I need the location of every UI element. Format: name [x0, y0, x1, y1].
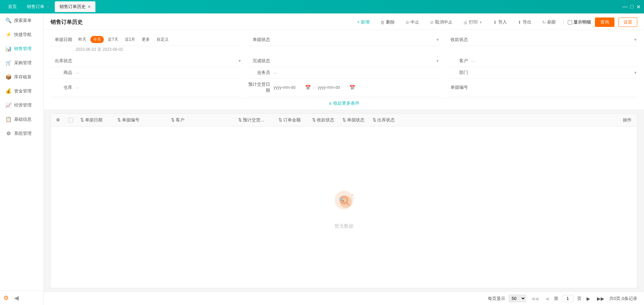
close-window-button[interactable]: ✕	[636, 4, 641, 10]
pay-status-arrow: ▼	[634, 38, 637, 42]
prev-page-button[interactable]: ◀	[544, 295, 551, 302]
maximize-button[interactable]: □	[630, 4, 634, 10]
stop-button[interactable]: ⊘ 中止	[402, 17, 423, 27]
tab-home-label: 首页	[8, 4, 17, 10]
date-btn-today[interactable]: 今天	[90, 36, 104, 43]
calendar-to-icon: 📅	[349, 85, 355, 90]
th-action-label: 操作	[623, 117, 632, 123]
sidebar-item-search[interactable]: 🔍 搜索菜单	[0, 13, 43, 28]
content-area: 销售订单历史 + 新增 🗑 删除 ⊘ 中止 ⊘ 取消中止 🖨 打印	[44, 13, 644, 305]
last-page-button[interactable]: ▶▶	[595, 295, 606, 302]
sidebar-collapse-icon[interactable]: ◀	[14, 294, 19, 302]
salesman-value[interactable]: ···	[273, 70, 439, 75]
warehouse-value[interactable]: ···	[76, 85, 242, 90]
new-button[interactable]: + 新增	[354, 17, 373, 27]
sidebar-item-system[interactable]: ⚙ 系统管理	[0, 126, 43, 141]
sidebar-item-operations[interactable]: 📈 经营管理	[0, 98, 43, 112]
sidebar-item-inventory[interactable]: 📦 库存核算	[0, 70, 43, 84]
query-button[interactable]: 查询	[595, 17, 614, 27]
next-page-button[interactable]: ▶	[585, 295, 592, 302]
tab-sales-order-close[interactable]: ✕	[46, 5, 49, 9]
delivery-date-from-input[interactable]	[273, 85, 304, 90]
cancel-stop-button[interactable]: ⊘ 取消中止	[427, 17, 456, 27]
th-doc-status[interactable]: ⇅ 单据状态	[340, 117, 370, 123]
out-status-value[interactable]: ▼	[76, 59, 242, 63]
stop-icon: ⊘	[405, 20, 409, 25]
filter-cell-doc-no: 单据编号	[446, 79, 637, 97]
th-date[interactable]: ⇅ 单据日期	[78, 117, 115, 123]
doc-status-arrow: ▼	[436, 38, 439, 42]
tab-sales-order[interactable]: 销售订单 ✕	[22, 1, 54, 12]
select-all-checkbox[interactable]	[68, 118, 73, 122]
th-out-status[interactable]: ⇅ 出库状态	[370, 117, 400, 123]
th-no[interactable]: ⇅ 单据编号	[115, 117, 168, 123]
page-label-prefix: 第	[554, 296, 558, 302]
sidebar-item-purchase[interactable]: 🛒 采购管理	[0, 56, 43, 70]
tab-sales-order-history[interactable]: 销售订单历史 ✕	[55, 1, 95, 12]
import-icon: ⬇	[493, 20, 497, 25]
date-btn-1month[interactable]: 近1月	[122, 36, 138, 43]
sidebar-item-sales[interactable]: 📊 销售管理	[0, 42, 43, 56]
page-number-input[interactable]	[562, 295, 574, 302]
refresh-button[interactable]: ↻ 刷新	[539, 17, 559, 27]
sidebar-item-basic-info[interactable]: 📋 基础信息	[0, 112, 43, 126]
date-btn-yesterday[interactable]: 昨天	[76, 36, 89, 43]
inventory-icon: 📦	[5, 74, 11, 80]
doc-status-label: 单据状态	[248, 37, 273, 43]
tab-home[interactable]: 首页	[3, 1, 22, 12]
date-btn-more[interactable]: 更多	[139, 36, 153, 43]
show-detail-checkbox-label[interactable]: 显示明细	[568, 19, 591, 25]
system-icon: ⚙	[5, 130, 11, 137]
doc-status-value[interactable]: ▼	[273, 38, 439, 42]
sidebar-item-quicknav[interactable]: ⚡ 快捷导航	[0, 28, 43, 42]
warehouse-label: 仓库	[50, 84, 76, 90]
date-btn-7days[interactable]: 近7天	[105, 36, 121, 43]
sidebar-item-inventory-label: 库存核算	[14, 74, 32, 80]
dept-value[interactable]: ▼	[471, 71, 637, 75]
page-size-select[interactable]: 50 100 200	[509, 295, 526, 302]
first-page-button[interactable]: ◀◀	[529, 295, 540, 302]
th-customer[interactable]: ⇅ 客户	[168, 117, 235, 123]
tab-sales-order-history-close[interactable]: ✕	[88, 5, 91, 9]
tab-list: 首页 销售订单 ✕ 销售订单历史 ✕	[3, 1, 622, 12]
complete-status-arrow: ▼	[436, 59, 439, 63]
table-area: ⚙ ⇅ 单据日期 ⇅ 单据编号 ⇅ 客户	[44, 110, 644, 292]
delete-button[interactable]: 🗑 删除	[377, 17, 398, 27]
filter-cell-goods: 商品 ···	[50, 67, 242, 79]
sidebar-item-finance[interactable]: 💰 资金管理	[0, 84, 43, 98]
delivery-date-to-input[interactable]	[318, 85, 348, 90]
filter-row-4: 仓库 ··· 预计交货日期 📅 — 📅 单据编号	[50, 79, 637, 97]
pay-status-value[interactable]: ▼	[471, 38, 637, 42]
finance-icon: 💰	[5, 88, 11, 94]
date-btn-custom[interactable]: 自定义	[154, 36, 171, 43]
quicknav-icon: ⚡	[5, 32, 11, 38]
filter-cell-doc-status: 单据状态 ▼	[248, 33, 439, 46]
th-delivery[interactable]: ⇅ 预计交货...	[235, 117, 276, 123]
complete-status-value[interactable]: ▼	[273, 59, 439, 63]
th-amount[interactable]: ⇅ 订单金额	[276, 117, 309, 123]
customer-value[interactable]: ···	[471, 59, 637, 64]
settings-button[interactable]: 设置	[618, 17, 637, 27]
goods-dots: ···	[76, 70, 79, 75]
show-detail-label: 显示明细	[573, 19, 591, 25]
import-button[interactable]: ⬇ 导入	[490, 17, 510, 27]
show-detail-checkbox[interactable]	[568, 20, 572, 25]
print-button[interactable]: 🖨 打印 ▼	[460, 17, 486, 27]
filter-cell-salesman: 业务员 ···	[248, 67, 439, 79]
th-settings[interactable]: ⚙	[53, 117, 66, 122]
filter-cell-delivery-date: 预计交货日期 📅 — 📅	[248, 79, 439, 97]
main-layout: 🔍 搜索菜单 ⚡ 快捷导航 📊 销售管理 🛒 采购管理 📦 库存核算 💰 资金管…	[0, 13, 644, 305]
export-button[interactable]: ⬆ 导出	[514, 17, 535, 27]
minimize-button[interactable]: —	[622, 4, 628, 10]
sidebar-item-basic-info-label: 基础信息	[14, 116, 32, 122]
th-out-status-label: 出库状态	[377, 117, 395, 123]
filter-cell-out-status: 出库状态 ▼	[50, 55, 242, 67]
th-no-label: 单据编号	[122, 117, 139, 123]
print-icon: 🖨	[463, 20, 468, 25]
th-delivery-label: 预计交货...	[243, 117, 264, 123]
th-pay-status[interactable]: ⇅ 收款状态	[309, 117, 340, 123]
refresh-icon: ↻	[542, 20, 546, 25]
sidebar-settings-icon[interactable]: ⚙	[3, 294, 9, 302]
collapse-button[interactable]: ∧ 收起更多条件	[50, 98, 637, 106]
goods-value[interactable]: ···	[76, 70, 242, 75]
